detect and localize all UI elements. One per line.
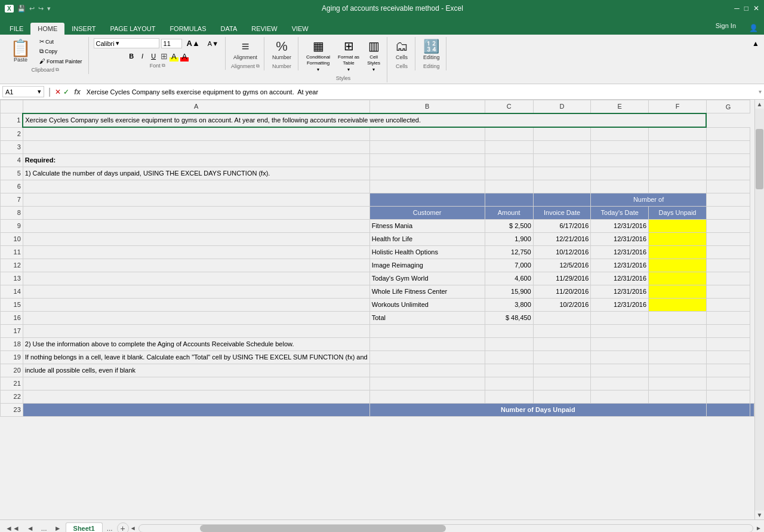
cell-A14[interactable] [23, 285, 369, 298]
tab-view[interactable]: VIEW [285, 23, 316, 35]
cell-G8[interactable] [706, 206, 750, 219]
cell-C21[interactable] [485, 377, 533, 390]
row-number-19[interactable]: 19 [1, 350, 23, 364]
cell-A5[interactable]: 1) Calculate the number of days unpaid, … [23, 167, 369, 180]
cell-E5[interactable] [591, 167, 649, 180]
cell-E17[interactable] [591, 324, 649, 337]
vertical-scrollbar[interactable]: ▲ ▼ [754, 100, 764, 519]
row-number-18[interactable]: 18 [1, 337, 23, 350]
paste-button[interactable]: 📋 Paste [6, 38, 35, 64]
col-header-f[interactable]: F [649, 100, 707, 113]
alignment-expand[interactable]: ⧉ [256, 63, 260, 69]
row-number-2[interactable]: 2 [1, 127, 23, 140]
cell-F9[interactable] [649, 219, 707, 232]
font-name-selector[interactable]: Calibri ▾ [94, 38, 159, 48]
cell-E2[interactable] [591, 127, 649, 140]
shrink-font-button[interactable]: A▼ [205, 38, 221, 49]
cell-C5[interactable] [485, 167, 533, 180]
cell-C12[interactable]: 7,000 [485, 259, 533, 272]
cell-G16[interactable] [706, 311, 750, 324]
cell-B18[interactable] [369, 337, 485, 350]
cell-C13[interactable]: 4,600 [485, 272, 533, 285]
cell-F17[interactable] [649, 324, 707, 337]
cell-D19[interactable] [533, 350, 591, 364]
formula-confirm-icon[interactable]: ✓ [63, 88, 69, 96]
grow-font-button[interactable]: A▲ [184, 37, 203, 50]
cell-D6[interactable] [533, 180, 591, 193]
sheet-nav-prev[interactable]: ◄ [24, 523, 37, 532]
cell-D22[interactable] [533, 390, 591, 403]
cell-G3[interactable] [706, 140, 750, 153]
name-box-dropdown[interactable]: ▾ [38, 88, 41, 96]
sheet-nav-first[interactable]: ◄◄ [2, 523, 23, 532]
col-header-c[interactable]: C [485, 100, 533, 113]
number-button[interactable]: % Number [269, 37, 294, 62]
cell-styles-button[interactable]: ▥ CellStyles ▾ [364, 37, 383, 74]
cell-A22[interactable] [23, 390, 369, 403]
tab-page-layout[interactable]: PAGE LAYOUT [103, 23, 162, 35]
row-number-21[interactable]: 21 [1, 377, 23, 390]
row-number-16[interactable]: 16 [1, 311, 23, 324]
cell-E9[interactable]: 12/31/2016 [591, 219, 649, 232]
tab-insert[interactable]: INSERT [64, 23, 103, 35]
cell-C8[interactable]: Amount [485, 206, 533, 219]
cell-E14[interactable]: 12/31/2016 [591, 285, 649, 298]
cell-D15[interactable]: 10/2/2016 [533, 298, 591, 311]
quick-access-undo[interactable]: ↩ [29, 5, 35, 13]
cell-A4[interactable]: Required: [23, 153, 369, 167]
col-header-b[interactable]: B [369, 100, 485, 113]
sheet-nav-next[interactable]: ► [51, 523, 64, 532]
cell-F5[interactable] [649, 167, 707, 180]
cell-C17[interactable] [485, 324, 533, 337]
col-header-e[interactable]: E [591, 100, 649, 113]
cell-A23[interactable] [23, 403, 369, 416]
cell-B20[interactable] [369, 364, 485, 377]
cell-F20[interactable] [649, 364, 707, 377]
cell-B6[interactable] [369, 180, 485, 193]
cell-A12[interactable] [23, 259, 369, 272]
cell-D21[interactable] [533, 377, 591, 390]
cell-E11[interactable]: 12/31/2016 [591, 245, 649, 259]
h-scroll-right[interactable]: ► [756, 525, 762, 531]
quick-access-redo[interactable]: ↪ [38, 5, 44, 13]
cell-G4[interactable] [706, 153, 750, 167]
cell-B2[interactable] [369, 127, 485, 140]
cell-E8[interactable]: Today's Date [591, 206, 649, 219]
quick-access-dropdown[interactable]: ▾ [47, 5, 51, 13]
cell-E21[interactable] [591, 377, 649, 390]
cell-C4[interactable] [485, 153, 533, 167]
cell-F2[interactable] [649, 127, 707, 140]
user-avatar[interactable]: 👤 [745, 21, 762, 35]
cell-C15[interactable]: 3,800 [485, 298, 533, 311]
cut-button[interactable]: ✂Cut [37, 37, 85, 46]
cells-button[interactable]: 🗂 Cells [392, 37, 411, 62]
cell-G19[interactable] [706, 350, 750, 364]
h-scrollbar[interactable] [138, 524, 754, 532]
cell-C3[interactable] [485, 140, 533, 153]
cell-B17[interactable] [369, 324, 485, 337]
cell-F22[interactable] [649, 390, 707, 403]
cell-D11[interactable]: 10/12/2016 [533, 245, 591, 259]
cell-B11[interactable]: Holistic Health Options [369, 245, 485, 259]
cell-F12[interactable] [649, 259, 707, 272]
row-number-13[interactable]: 13 [1, 272, 23, 285]
row-number-1[interactable]: 1 [1, 113, 23, 127]
cell-C14[interactable]: 15,900 [485, 285, 533, 298]
cell-D3[interactable] [533, 140, 591, 153]
fill-color-button[interactable]: A [170, 51, 178, 61]
cell-G21[interactable] [706, 377, 750, 390]
col-header-d[interactable]: D [533, 100, 591, 113]
format-painter-button[interactable]: 🖌Format Painter [37, 57, 85, 66]
cell-D16[interactable] [533, 311, 591, 324]
cell-A13[interactable] [23, 272, 369, 285]
cell-styles-dropdown[interactable]: ▾ [372, 67, 375, 72]
tab-home[interactable]: HOME [30, 23, 64, 35]
cell-E22[interactable] [591, 390, 649, 403]
cell-G6[interactable] [706, 180, 750, 193]
bold-button[interactable]: B [126, 51, 137, 61]
row-number-7[interactable]: 7 [1, 193, 23, 206]
row-number-5[interactable]: 5 [1, 167, 23, 180]
cell-B19[interactable] [369, 350, 485, 364]
window-maximize[interactable]: □ [744, 4, 748, 13]
cell-E6[interactable] [591, 180, 649, 193]
